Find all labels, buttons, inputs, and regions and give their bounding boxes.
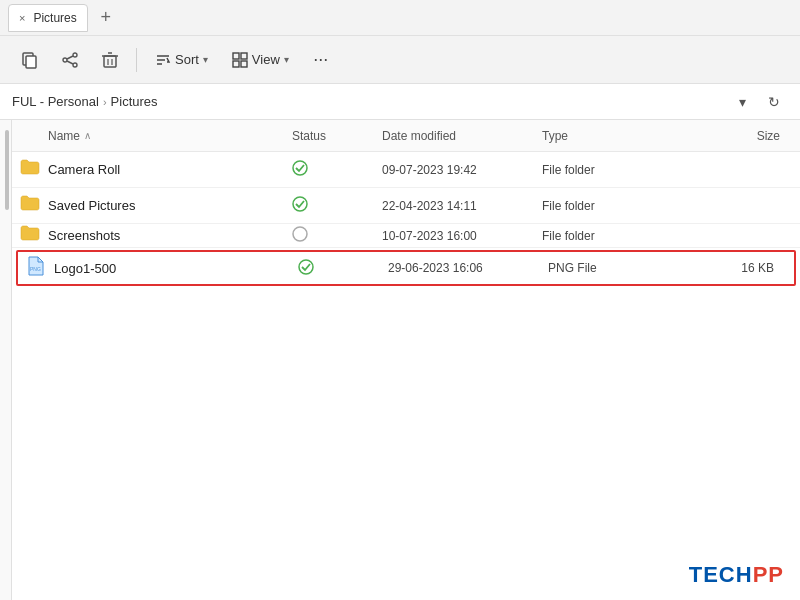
svg-rect-16	[241, 53, 247, 59]
table-row[interactable]: Camera Roll 09-07-2023 19:42 File folder	[12, 152, 800, 188]
file-icon-cell	[12, 158, 48, 181]
svg-point-21	[293, 227, 307, 241]
file-icon-cell	[12, 194, 48, 217]
file-type-cell: PNG File	[548, 261, 668, 275]
more-button[interactable]: ···	[303, 42, 339, 78]
watermark-part2: PP	[753, 562, 784, 587]
view-dropdown-icon: ▾	[284, 54, 289, 65]
column-type[interactable]: Type	[542, 129, 662, 143]
svg-point-23	[299, 260, 313, 274]
column-date[interactable]: Date modified	[382, 129, 542, 143]
new-tab-button[interactable]: +	[92, 4, 120, 32]
file-status-cell	[298, 259, 388, 278]
file-type-cell: File folder	[542, 199, 662, 213]
file-size-cell: 16 KB	[668, 261, 794, 275]
file-rows-container: Camera Roll 09-07-2023 19:42 File folder…	[12, 152, 800, 286]
svg-point-2	[73, 53, 77, 57]
column-size[interactable]: Size	[662, 129, 800, 143]
refresh-button[interactable]: ↻	[760, 88, 788, 116]
share-button[interactable]	[52, 42, 88, 78]
table-row[interactable]: Screenshots 10-07-2023 16:00 File folder	[12, 224, 800, 248]
breadcrumb-part1: FUL - Personal	[12, 94, 99, 109]
folder-icon	[20, 224, 40, 247]
svg-point-3	[63, 58, 67, 62]
file-icon-cell: PNG	[18, 256, 54, 280]
file-status-cell	[292, 160, 382, 179]
tab-area: × Pictures +	[8, 4, 120, 32]
file-date-cell: 22-04-2023 14:11	[382, 199, 542, 213]
view-button[interactable]: View ▾	[222, 42, 299, 78]
svg-point-20	[293, 197, 307, 211]
file-name-cell: Screenshots	[48, 228, 292, 243]
breadcrumb-part2: Pictures	[111, 94, 158, 109]
breadcrumb-dropdown-button[interactable]: ▾	[728, 88, 756, 116]
column-type-label: Type	[542, 129, 568, 143]
file-date-cell: 10-07-2023 16:00	[382, 229, 542, 243]
file-list-header: Name ∧ Status Date modified Type Size	[12, 120, 800, 152]
column-size-label: Size	[757, 129, 780, 143]
sort-button[interactable]: Sort ▾	[145, 42, 218, 78]
sort-label: Sort	[175, 52, 199, 67]
copy-button[interactable]	[12, 42, 48, 78]
column-status-label: Status	[292, 129, 326, 143]
svg-point-4	[73, 63, 77, 67]
toolbar-divider-1	[136, 48, 137, 72]
delete-button[interactable]	[92, 42, 128, 78]
file-icon: PNG	[27, 256, 45, 280]
column-date-label: Date modified	[382, 129, 456, 143]
sort-dropdown-icon: ▾	[203, 54, 208, 65]
sidebar	[0, 120, 12, 600]
file-name-cell: Camera Roll	[48, 162, 292, 177]
watermark: TECHPP	[689, 562, 784, 588]
file-type-cell: File folder	[542, 163, 662, 177]
file-status-cell	[292, 196, 382, 215]
file-date-cell: 29-06-2023 16:06	[388, 261, 548, 275]
tab-close-icon[interactable]: ×	[19, 12, 25, 24]
svg-point-19	[293, 161, 307, 175]
watermark-part1: TECH	[689, 562, 753, 587]
file-icon-cell	[12, 224, 48, 247]
breadcrumb-separator: ›	[103, 96, 107, 108]
toolbar: Sort ▾ View ▾ ···	[0, 36, 800, 84]
folder-icon	[20, 194, 40, 217]
file-name-cell: Saved Pictures	[48, 198, 292, 213]
table-row[interactable]: PNG Logo1-500 29-06-2023 16:06 PNG File …	[16, 250, 796, 286]
view-label: View	[252, 52, 280, 67]
active-tab[interactable]: × Pictures	[8, 4, 88, 32]
column-status[interactable]: Status	[292, 129, 382, 143]
title-bar: × Pictures +	[0, 0, 800, 36]
svg-line-6	[67, 61, 73, 64]
column-name-label: Name	[48, 129, 80, 143]
tab-label: Pictures	[33, 11, 76, 25]
folder-icon	[20, 158, 40, 181]
file-name-cell: Logo1-500	[54, 261, 298, 276]
sidebar-scrollbar[interactable]	[5, 130, 9, 210]
table-row[interactable]: Saved Pictures 22-04-2023 14:11 File fol…	[12, 188, 800, 224]
svg-rect-17	[233, 61, 239, 67]
svg-rect-18	[241, 61, 247, 67]
svg-text:PNG: PNG	[30, 266, 41, 272]
column-name-sort-arrow: ∧	[84, 130, 91, 141]
svg-rect-1	[26, 56, 36, 68]
file-status-cell	[292, 226, 382, 245]
file-list: Name ∧ Status Date modified Type Size Ca…	[12, 120, 800, 600]
svg-rect-7	[104, 56, 116, 67]
main-area: Name ∧ Status Date modified Type Size Ca…	[0, 120, 800, 600]
file-date-cell: 09-07-2023 19:42	[382, 163, 542, 177]
svg-rect-15	[233, 53, 239, 59]
column-name[interactable]: Name ∧	[12, 129, 292, 143]
address-bar: FUL - Personal › Pictures ▾ ↻	[0, 84, 800, 120]
address-actions: ▾ ↻	[728, 88, 788, 116]
breadcrumb[interactable]: FUL - Personal › Pictures	[12, 94, 720, 109]
file-type-cell: File folder	[542, 229, 662, 243]
svg-line-5	[67, 56, 73, 59]
